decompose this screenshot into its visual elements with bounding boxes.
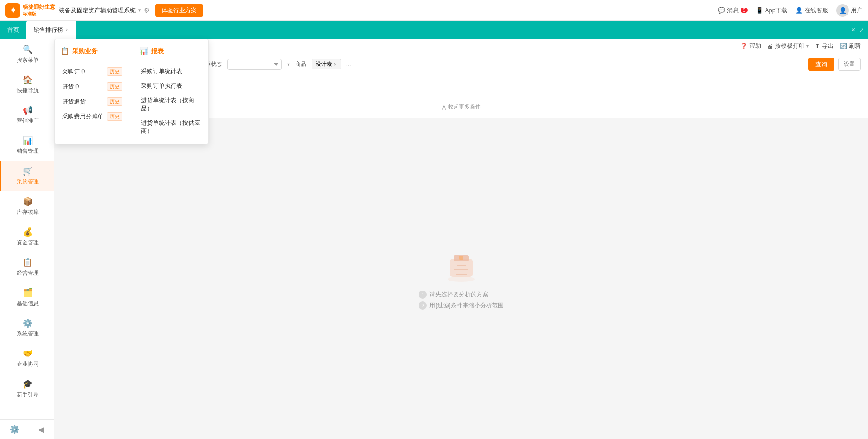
settings-bottom-icon[interactable]: ⚙️	[10, 424, 20, 434]
app-download-group[interactable]: 📱 App下载	[756, 6, 787, 15]
goods-tag-close[interactable]: ×	[334, 61, 337, 68]
basic-info-icon: 🗂️	[23, 288, 33, 298]
close-window-icon[interactable]: ×	[851, 26, 855, 34]
maximize-icon[interactable]: ⤢	[859, 26, 864, 34]
collapse-button[interactable]: ⋀ 收起更多条件	[442, 103, 481, 111]
sidebar-label-operation: 经营管理	[17, 269, 39, 277]
sidebar-label-marketing: 营销推广	[17, 117, 39, 125]
system-name: 装备及固定资产辅助管理系统	[59, 6, 136, 15]
sidebar-label-newbie: 新手引导	[17, 391, 39, 399]
purchase-dropdown-menu: 📋 采购业务 采购订单 历史 进货单 历史 进货退货 历史 采购费用分摊单 历史…	[54, 39, 209, 144]
hint-num-1: 1	[419, 291, 427, 299]
refresh-item[interactable]: 🔄 刷新	[840, 42, 861, 50]
inventory-icon: 📦	[23, 197, 33, 207]
cost-label: 采购费用分摊单	[62, 113, 103, 121]
export-item[interactable]: ⬆ 导出	[815, 42, 834, 50]
tab-home[interactable]: 首页	[0, 21, 26, 39]
cost-history-badge: 历史	[107, 112, 122, 121]
bill-status-select[interactable]	[227, 59, 282, 70]
refresh-label: 刷新	[849, 42, 861, 50]
sidebar-item-sales[interactable]: 📊 销售管理	[0, 130, 54, 161]
report-col-icon: 📊	[139, 47, 148, 55]
logo: ✦ 畅捷通好生意 标准版	[5, 3, 55, 18]
help-icon: ❓	[740, 43, 747, 49]
enterprise-icon: 🤝	[23, 349, 33, 359]
sidebar-item-search[interactable]: 🔍 搜索菜单	[0, 39, 54, 69]
sidebar-item-inventory[interactable]: 📦 库存核算	[0, 191, 54, 222]
online-service-group[interactable]: 👤 在线客服	[795, 6, 828, 15]
sidebar-label-finance: 资金管理	[17, 239, 39, 247]
dropdown-item-incoming-by-goods[interactable]: 进货单统计表（按商品）	[139, 93, 203, 116]
dropdown-item-purchase-order[interactable]: 采购订单 历史	[60, 64, 124, 79]
help-item[interactable]: ❓ 帮助	[740, 42, 761, 50]
collapse-chevron-icon: ⋀	[442, 104, 446, 110]
sidebar-item-system[interactable]: ⚙️ 系统管理	[0, 313, 54, 343]
sidebar-item-finance[interactable]: 💰 资金管理	[0, 222, 54, 252]
sidebar-label-search: 搜索菜单	[17, 56, 39, 64]
incoming-by-supplier-label: 进货单统计表（按供应商）	[141, 119, 201, 135]
industry-button[interactable]: 体验行业方案	[155, 4, 203, 17]
app-edition: 标准版	[23, 11, 55, 17]
purchase-icon: 🛒	[23, 166, 33, 176]
sales-icon: 📊	[23, 136, 33, 146]
dropdown-item-incoming[interactable]: 进货单 历史	[60, 79, 124, 94]
avatar: 👤	[836, 4, 849, 17]
dropdown-divider	[132, 45, 132, 138]
sidebar-item-marketing[interactable]: 📢 营销推广	[0, 100, 54, 130]
sidebar-label-basic-info: 基础信息	[17, 300, 39, 307]
setting-button[interactable]: 设置	[838, 58, 861, 71]
sidebar-item-quick-nav[interactable]: 🏠 快捷导航	[0, 69, 54, 100]
dropdown-item-incoming-by-supplier[interactable]: 进货单统计表（按供应商）	[139, 116, 203, 138]
sidebar-label-system: 系统管理	[17, 330, 39, 338]
query-actions: 查询 设置	[808, 58, 861, 71]
goods-tag-text: 设计素	[316, 60, 332, 68]
system-chevron-icon[interactable]: ▾	[138, 7, 141, 13]
user-group[interactable]: 👤 用户	[836, 4, 863, 17]
sidebar-item-purchase[interactable]: 🛒 采购管理	[0, 161, 54, 191]
goods-more-btn[interactable]: ...	[346, 61, 351, 68]
dropdown-col-business-title: 📋 采购业务	[60, 45, 124, 60]
collapse-sidebar-icon[interactable]: ◀	[38, 424, 44, 434]
empty-hint-2: 2 用[过滤]条件来缩小分析范围	[419, 301, 503, 310]
bill-status-chevron: ▾	[287, 61, 290, 68]
return-label: 进货退货	[62, 98, 86, 106]
service-icon: 👤	[795, 7, 803, 14]
business-col-icon: 📋	[60, 47, 69, 55]
sidebar: 🔍 搜索菜单 🏠 快捷导航 📢 营销推广 📊 销售管理 🛒 采购管理 📦 库存核…	[0, 39, 54, 439]
query-button[interactable]: 查询	[808, 58, 834, 71]
sidebar-label-inventory: 库存核算	[17, 208, 39, 216]
message-icon: 💬	[718, 7, 725, 14]
tab-sales-rank[interactable]: 销售排行榜 ×	[26, 21, 76, 39]
dropdown-item-order-exec[interactable]: 采购订单执行表	[139, 79, 203, 93]
sidebar-item-enterprise[interactable]: 🤝 企业协同	[0, 343, 54, 374]
app-name: 畅捷通好生意	[23, 3, 55, 11]
newbie-icon: 🎓	[23, 379, 33, 389]
return-history-badge: 历史	[107, 97, 122, 106]
dropdown-item-return[interactable]: 进货退货 历史	[60, 94, 124, 109]
dropdown-item-order-stat[interactable]: 采购订单统计表	[139, 64, 203, 79]
tab-home-label: 首页	[7, 26, 19, 34]
user-label: 用户	[851, 6, 863, 15]
tab-bar: 首页 销售排行榜 × × ⤢	[0, 21, 868, 39]
template-print-item[interactable]: 🖨 按模板打印 ▾	[767, 42, 809, 50]
order-stat-label: 采购订单统计表	[141, 67, 182, 75]
purchase-order-label: 采购订单	[62, 68, 86, 76]
hint-num-2: 2	[419, 301, 427, 310]
message-group[interactable]: 💬 消息 9	[718, 6, 748, 15]
sidebar-label-sales: 销售管理	[17, 148, 39, 155]
sidebar-item-newbie[interactable]: 🎓 新手引导	[0, 374, 54, 404]
report-col-title-text: 报表	[151, 47, 164, 55]
system-icon: ⚙️	[23, 318, 33, 328]
gear-icon[interactable]: ⚙	[144, 6, 150, 15]
order-exec-label: 采购订单执行表	[141, 82, 182, 90]
sidebar-item-operation[interactable]: 📋 经营管理	[0, 252, 54, 282]
phone-icon: 📱	[756, 7, 763, 14]
system-name-area: 装备及固定资产辅助管理系统 ▾ ⚙	[59, 6, 150, 15]
dropdown-item-cost[interactable]: 采购费用分摊单 历史	[60, 109, 124, 124]
hint-text-1: 请先选择要分析的方案	[429, 291, 488, 299]
tab-close-icon[interactable]: ×	[66, 27, 69, 33]
help-label: 帮助	[749, 42, 761, 50]
operation-icon: 📋	[23, 257, 33, 267]
print-icon: 🖨	[767, 43, 773, 49]
sidebar-item-basic-info[interactable]: 🗂️ 基础信息	[0, 282, 54, 313]
